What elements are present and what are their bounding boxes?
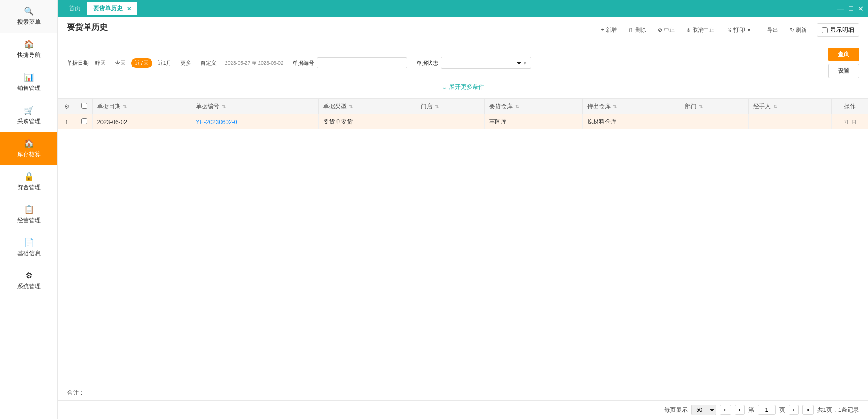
date-option-7days[interactable]: 近7天 [131, 58, 152, 68]
data-table: ⚙ 单据日期 ⇅ 单据编号 ⇅ [58, 99, 868, 129]
th-checkbox [76, 99, 92, 114]
tab-close-icon[interactable]: ✕ [127, 6, 131, 12]
sidebar-item-label: 搜索菜单 [17, 18, 41, 26]
system-icon: ⚙ [25, 271, 33, 281]
expand-more-icon: ⌄ [442, 84, 447, 90]
row-copy-icon[interactable]: ⊞ [851, 118, 857, 125]
date-option-yesterday[interactable]: 昨天 [91, 58, 109, 68]
sort-icon-department[interactable]: ⇅ [699, 104, 703, 109]
row-pending-warehouse: 原材料仓库 [582, 114, 680, 129]
select-arrow-icon: ▼ [523, 61, 527, 66]
th-store: 门店 ⇅ [416, 99, 484, 114]
display-detail-button[interactable]: 显示明细 [817, 23, 859, 37]
row-store [416, 114, 484, 129]
row-department [680, 114, 748, 129]
sidebar-item-quick-nav[interactable]: 🏠 快捷导航 [0, 33, 57, 66]
filter-row-1: 单据日期 昨天 今天 近7天 近1月 更多 自定义 2023-05-27 至 2… [67, 48, 859, 78]
sort-icon-store[interactable]: ⇅ [435, 104, 439, 109]
row-doc-date: 2023-06-02 [92, 114, 191, 129]
sidebar-item-label: 基础信息 [17, 249, 41, 257]
doc-number-link[interactable]: YH-20230602-0 [196, 119, 237, 125]
sort-icon-doc-type[interactable]: ⇅ [349, 104, 353, 109]
stop-button[interactable]: ⊘ 中止 [653, 24, 679, 36]
sidebar-item-operations[interactable]: 📋 经营管理 [0, 198, 57, 231]
row-checkbox-cell [76, 114, 92, 129]
sidebar-item-label: 经营管理 [17, 216, 41, 224]
table-header-row: ⚙ 单据日期 ⇅ 单据编号 ⇅ [58, 99, 868, 114]
th-department: 部门 ⇅ [680, 99, 748, 114]
sidebar-item-system[interactable]: ⚙ 系统管理 [0, 264, 57, 297]
page-label: 第 [748, 406, 754, 414]
delete-button[interactable]: 🗑 删除 [624, 24, 651, 36]
sidebar-item-basic-info[interactable]: 📄 基础信息 [0, 231, 57, 264]
sort-icon-doc-date[interactable]: ⇅ [123, 104, 127, 109]
refresh-button[interactable]: ↻ 刷新 [785, 24, 811, 36]
sidebar-item-label: 销售管理 [17, 84, 41, 92]
doc-number-input[interactable] [317, 57, 407, 68]
close-button[interactable]: ✕ [858, 5, 863, 13]
date-option-custom[interactable]: 自定义 [197, 58, 220, 68]
doc-status-select-wrap: ▼ [441, 57, 531, 69]
sidebar-item-label: 快捷导航 [17, 51, 41, 59]
select-all-checkbox[interactable] [81, 103, 87, 109]
footer-label: 合计： [67, 389, 85, 396]
row-edit-icon[interactable]: ⊡ [843, 118, 849, 125]
sort-icon-req-warehouse[interactable]: ⇅ [515, 104, 519, 109]
print-button[interactable]: 🖨 打印 ▼ [722, 24, 756, 36]
sidebar-item-finance[interactable]: 🔒 资金管理 [0, 165, 57, 198]
row-checkbox[interactable] [81, 118, 87, 124]
first-page-button[interactable]: « [720, 405, 731, 415]
table-footer: 合计： [58, 385, 868, 400]
date-option-more[interactable]: 更多 [177, 58, 195, 68]
date-option-today[interactable]: 今天 [111, 58, 129, 68]
page-number-input[interactable] [758, 405, 776, 415]
sidebar-item-purchase[interactable]: 🛒 采购管理 [0, 99, 57, 132]
settings-button[interactable]: 设置 [828, 64, 859, 78]
last-page-button[interactable]: » [802, 405, 814, 415]
date-filter-label: 单据日期 [67, 59, 89, 67]
expand-more-button[interactable]: ⌄ 展开更多条件 [67, 81, 859, 93]
minimize-button[interactable]: — [837, 5, 844, 13]
doc-status-select[interactable] [445, 59, 523, 67]
display-detail-checkbox[interactable] [822, 27, 828, 33]
quick-nav-icon: 🏠 [24, 39, 34, 49]
separator [814, 25, 814, 34]
row-actions: ⊡ ⊞ [832, 114, 868, 129]
row-num: 1 [58, 114, 76, 129]
query-button[interactable]: 查询 [828, 48, 859, 61]
th-handler: 经手人 ⇅ [749, 99, 832, 114]
date-range-display: 2023-05-27 至 2023-06-02 [225, 60, 283, 67]
settings-icon[interactable]: ⚙ [64, 103, 70, 110]
export-button[interactable]: ↑ 导出 [758, 24, 782, 36]
sidebar-item-sales[interactable]: 📊 销售管理 [0, 66, 57, 99]
doc-number-filter-group: 单据编号 [292, 57, 407, 68]
sidebar-item-label: 库存核算 [17, 150, 41, 158]
content-area: 要货单历史 + 新增 🗑 删除 ⊘ 中止 ⊗ 取消中止 🖨 打印 ▼ ↑ 导出 … [58, 17, 868, 419]
date-options: 昨天 今天 近7天 近1月 更多 自定义 2023-05-27 至 2023-0… [91, 58, 283, 68]
sort-icon-pending-warehouse[interactable]: ⇅ [613, 104, 617, 109]
sales-icon: 📊 [24, 72, 34, 82]
tab-home[interactable]: 首页 [62, 2, 87, 15]
page-unit: 页 [779, 406, 785, 414]
total-info: 共1页，1条记录 [817, 406, 859, 414]
sidebar-item-inventory[interactable]: 🏠 库存核算 [0, 132, 57, 165]
sort-icon-handler[interactable]: ⇅ [774, 104, 777, 109]
doc-status-filter-group: 单据状态 ▼ [416, 57, 531, 69]
row-doc-number: YH-20230602-0 [191, 114, 318, 129]
per-page-select[interactable]: 50 10 20 100 [691, 405, 716, 415]
next-page-button[interactable]: › [789, 405, 799, 415]
cancel-stop-button[interactable]: ⊗ 取消中止 [682, 24, 718, 36]
filter-area: 单据日期 昨天 今天 近7天 近1月 更多 自定义 2023-05-27 至 2… [58, 42, 868, 99]
th-doc-type: 单据类型 ⇅ [318, 99, 416, 114]
maximize-button[interactable]: □ [849, 5, 853, 13]
finance-icon: 🔒 [24, 171, 34, 181]
date-option-1month[interactable]: 近1月 [154, 58, 175, 68]
sidebar-item-search-menu[interactable]: 🔍 搜索菜单 [0, 0, 57, 33]
top-bar-right: — □ ✕ [837, 5, 863, 13]
prev-page-button[interactable]: ‹ [735, 405, 745, 415]
tab-requisition-history[interactable]: 要货单历史 ✕ [87, 2, 137, 15]
sort-icon-doc-number[interactable]: ⇅ [222, 104, 226, 109]
main-content: 首页 要货单历史 ✕ — □ ✕ 要货单历史 + 新增 🗑 删除 ⊘ 中止 ⊗ … [58, 0, 868, 419]
doc-number-label: 单据编号 [292, 59, 314, 67]
new-button[interactable]: + 新增 [596, 24, 621, 36]
